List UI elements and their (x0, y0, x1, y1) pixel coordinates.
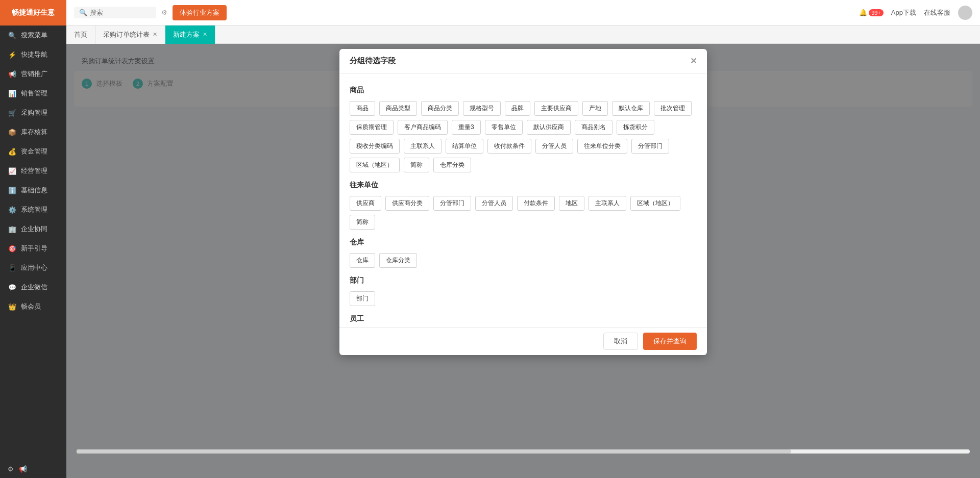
field-tag-goods-8[interactable]: 批次管理 (654, 101, 692, 116)
inventory-icon: 📦 (8, 128, 17, 137)
sidebar: 畅捷通好生意 🔍搜索菜单⚡快捷导航📢营销推广📊销售管理🛒采购管理📦库存核算💰资金… (0, 0, 66, 478)
sidebar-item-app-center[interactable]: 📱应用中心 (0, 258, 66, 278)
search-input[interactable] (90, 9, 151, 16)
field-tag-goods-25[interactable]: 仓库分类 (433, 158, 471, 172)
sidebar-item-basic[interactable]: ℹ️基础信息 (0, 181, 66, 200)
field-grid-goods: 商品商品类型商品分类规格型号品牌主要供应商产地默认仓库批次管理保质期管理客户商品… (350, 101, 697, 172)
field-grid-warehouse: 仓库仓库分类 (350, 253, 697, 268)
field-tag-goods-11[interactable]: 重量3 (452, 120, 481, 135)
field-tag-goods-19[interactable]: 收付款条件 (487, 139, 531, 154)
tab-close-2[interactable]: ✕ (203, 31, 207, 38)
field-tag-partner-7[interactable]: 区域（地区） (630, 196, 680, 211)
cancel-button[interactable]: 取消 (603, 333, 638, 350)
field-tag-partner-5[interactable]: 地区 (559, 196, 584, 211)
sidebar-item-inventory[interactable]: 📦库存核算 (0, 122, 66, 142)
field-tag-partner-4[interactable]: 付款条件 (517, 196, 555, 211)
field-tag-goods-6[interactable]: 产地 (582, 101, 608, 116)
tab-close-1[interactable]: ✕ (153, 31, 157, 38)
field-tag-goods-12[interactable]: 零售单位 (485, 120, 523, 135)
sidebar-label-marketing: 营销推广 (21, 69, 47, 79)
field-tag-goods-14[interactable]: 商品别名 (575, 120, 612, 135)
trial-button[interactable]: 体验行业方案 (173, 5, 227, 20)
search-icon: 🔍 (8, 31, 17, 40)
search-box[interactable]: 🔍 (74, 7, 156, 18)
field-tag-goods-16[interactable]: 税收分类编码 (350, 139, 400, 154)
tabbar: 首页采购订单统计表✕新建方案✕ (66, 26, 980, 44)
tab-1[interactable]: 采购订单统计表✕ (95, 26, 165, 44)
sidebar-item-finance[interactable]: 💰资金管理 (0, 142, 66, 161)
field-tag-department-0[interactable]: 部门 (350, 291, 375, 306)
field-tag-goods-4[interactable]: 品牌 (505, 101, 530, 116)
app-download-link[interactable]: App下载 (891, 8, 916, 17)
sidebar-label-basic: 基础信息 (21, 186, 47, 195)
sidebar-label-operation: 经营管理 (21, 166, 47, 175)
field-tag-goods-20[interactable]: 分管人员 (535, 139, 573, 154)
field-tag-goods-0[interactable]: 商品 (350, 101, 375, 116)
field-tag-goods-5[interactable]: 主要供应商 (534, 101, 578, 116)
field-grid-department: 部门 (350, 291, 697, 306)
field-tag-partner-1[interactable]: 供应商分类 (385, 196, 429, 211)
sidebar-item-newbie[interactable]: 🎯新手引导 (0, 239, 66, 258)
save-confirm-button[interactable]: 保存并查询 (643, 333, 697, 350)
system-icon: ⚙️ (8, 205, 17, 214)
section-title-partner: 往来单位 (350, 181, 697, 190)
tab-label-2: 新建方案 (173, 30, 200, 39)
settings-icon[interactable]: ⚙ (8, 465, 14, 473)
online-service-link[interactable]: 在线客服 (924, 8, 950, 17)
field-tag-goods-22[interactable]: 分管部门 (631, 139, 669, 154)
search-icon: 🔍 (79, 9, 87, 16)
speaker-icon[interactable]: 📢 (19, 465, 27, 473)
field-tag-goods-21[interactable]: 往来单位分类 (577, 139, 627, 154)
sidebar-item-system[interactable]: ⚙️系统管理 (0, 200, 66, 219)
field-tag-goods-10[interactable]: 客户商品编码 (398, 120, 448, 135)
field-tag-goods-23[interactable]: 区域（地区） (350, 158, 400, 172)
field-tag-goods-9[interactable]: 保质期管理 (350, 120, 394, 135)
marketing-icon: 📢 (8, 69, 17, 79)
modal-body: 商品商品商品类型商品分类规格型号品牌主要供应商产地默认仓库批次管理保质期管理客户… (339, 73, 707, 327)
tab-0[interactable]: 首页 (66, 26, 95, 44)
field-tag-partner-8[interactable]: 简称 (350, 215, 375, 230)
field-tag-goods-15[interactable]: 拣货积分 (617, 120, 654, 135)
sidebar-item-wechat[interactable]: 💬企业微信 (0, 278, 66, 297)
sidebar-bottom: ⚙ 📢 (0, 460, 66, 478)
field-tag-warehouse-0[interactable]: 仓库 (350, 253, 375, 268)
sidebar-item-enterprise[interactable]: 🏢企业协同 (0, 219, 66, 239)
field-tag-goods-18[interactable]: 结算单位 (446, 139, 483, 154)
field-tag-goods-2[interactable]: 商品分类 (421, 101, 459, 116)
sidebar-item-search[interactable]: 🔍搜索菜单 (0, 26, 66, 45)
field-tag-partner-0[interactable]: 供应商 (350, 196, 381, 211)
field-tag-goods-24[interactable]: 简称 (404, 158, 429, 172)
sidebar-item-marketing[interactable]: 📢营销推广 (0, 64, 66, 84)
field-tag-goods-17[interactable]: 主联系人 (404, 139, 442, 154)
modal-dialog: 分组待选字段 ✕ 商品商品商品类型商品分类规格型号品牌主要供应商产地默认仓库批次… (339, 49, 707, 355)
field-tag-partner-2[interactable]: 分管部门 (433, 196, 471, 211)
finance-icon: 💰 (8, 147, 17, 156)
field-tag-partner-6[interactable]: 主联系人 (589, 196, 626, 211)
tab-label-0: 首页 (74, 30, 87, 39)
sidebar-label-newbie: 新手引导 (21, 244, 47, 253)
modal-close-button[interactable]: ✕ (690, 56, 697, 66)
sidebar-item-sales[interactable]: 📊销售管理 (0, 84, 66, 103)
topbar-left: 🔍 ⚙ 体验行业方案 (74, 5, 227, 20)
field-tag-warehouse-1[interactable]: 仓库分类 (379, 253, 417, 268)
settings-gear-icon[interactable]: ⚙ (161, 9, 167, 16)
sales-icon: 📊 (8, 89, 17, 98)
sidebar-item-operation[interactable]: 📈经营管理 (0, 161, 66, 181)
sidebar-item-purchase[interactable]: 🛒采购管理 (0, 103, 66, 122)
sidebar-label-quick-nav: 快捷导航 (21, 50, 47, 59)
tab-2[interactable]: 新建方案✕ (165, 26, 215, 44)
main-content: 采购订单统计表方案设置 1选择模板 2方案配置 分组待选字段 ✕ 商品商品商品类… (66, 44, 980, 478)
sidebar-item-member[interactable]: 👑畅会员 (0, 297, 66, 316)
modal-title: 分组待选字段 (350, 56, 396, 66)
notification-bell[interactable]: 🔔 99+ (859, 9, 884, 16)
sidebar-label-purchase: 采购管理 (21, 108, 47, 117)
field-tag-goods-13[interactable]: 默认供应商 (527, 120, 571, 135)
field-tag-goods-7[interactable]: 默认仓库 (612, 101, 650, 116)
field-tag-goods-1[interactable]: 商品类型 (379, 101, 417, 116)
field-tag-partner-3[interactable]: 分管人员 (475, 196, 513, 211)
member-icon: 👑 (8, 302, 17, 311)
purchase-icon: 🛒 (8, 108, 17, 117)
user-avatar[interactable] (958, 6, 972, 20)
field-tag-goods-3[interactable]: 规格型号 (463, 101, 501, 116)
sidebar-item-quick-nav[interactable]: ⚡快捷导航 (0, 45, 66, 64)
